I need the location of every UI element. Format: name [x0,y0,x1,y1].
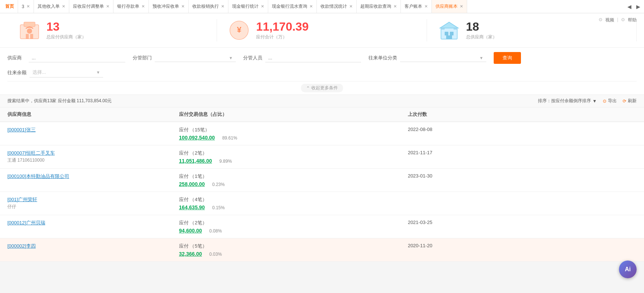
collect-stats-label: 收款情况统计 [321,3,347,10]
filter-category: 往来单位分类 ▼ [368,54,486,62]
supplier-account-label: 供应商账本 [435,3,458,10]
row2-lastpay-col: 2021-11-17 [408,150,522,155]
row2-supplier-link[interactable]: [000007]恒旺二手叉车 [7,150,179,156]
home-tab-label: 首页 [5,3,14,10]
help-links: ⊙ 视频 | ⊙ 帮助 [599,17,637,23]
row5-supplier-link[interactable]: [000012]广州贝瑞 [7,220,179,226]
ai-floating-button[interactable]: Ai [619,261,637,278]
bank-deposit-close-icon[interactable]: ✕ [141,4,145,9]
row5-txn-amount[interactable]: 94,600.00 [179,228,202,234]
nav-tab-ap-adjust[interactable]: 应收应付调整单 ✕ [69,0,113,13]
ap-adjust-close-icon[interactable]: ✕ [106,4,109,9]
person-filter-input[interactable] [265,54,361,62]
row2-txn-label: 应付 （2笔） [179,150,408,156]
nav-tab-bank-deposit[interactable]: 银行存款单 ✕ [113,0,149,13]
svg-rect-12 [441,27,445,30]
dept-filter-select[interactable]: ▼ [155,54,236,62]
summary-bar: 13 总应付供应商（家） ¥ 11,170.39 应付合计（万） [0,13,644,48]
customer-account-close-icon[interactable]: ✕ [424,4,428,9]
nav-tab-advance-collect[interactable]: 预收冲应收单 ✕ [149,0,189,13]
tab-3-close-icon[interactable]: ✕ [27,4,30,9]
cash-bank-flow-label: 现金银行流水查询 [272,3,307,10]
nav-tab-overdue-collect[interactable]: 超期应收款查询 ✕ [357,0,401,13]
row2-txn-pct: 9.89% [219,159,232,164]
sort-select[interactable]: 排序：按应付余额倒序排序 ▼ [538,98,597,104]
row4-txn-amount[interactable]: 164,635.90 [179,204,205,210]
nav-tab-other-income[interactable]: 其他收入单 ✕ [34,0,69,13]
svg-rect-3 [26,34,29,39]
result-actions: 排序：按应付余额倒序排序 ▼ ⊙ 导出 ⟳ 刷新 [538,98,637,104]
collapse-button[interactable]: ⌃ 收起更多条件 [301,84,343,92]
nav-tab-collect-stats[interactable]: 收款情况统计 ✕ [317,0,357,13]
row3-txn-pct: 0.23% [212,182,225,187]
balance-arrow-icon: ▼ [96,70,100,75]
row3-txn-amount[interactable]: 258,000.00 [179,181,205,187]
payable-amount-label: 应付合计（万） [256,34,308,40]
collect-verify-close-icon[interactable]: ✕ [221,4,224,9]
category-filter-select[interactable]: ▼ [400,54,486,62]
cash-bank-stats-close-icon[interactable]: ✕ [261,4,264,9]
nav-tab-supplier-account[interactable]: 供应商账本 ✕ [432,0,467,13]
table-row: [000012]广州贝瑞 应付 （2笔） 94,600.00 0.08% 202… [0,215,644,238]
customer-account-label: 客户账本 [405,3,422,10]
overdue-collect-close-icon[interactable]: ✕ [393,4,397,9]
nav-tab-home[interactable]: 首页 [1,0,18,13]
table-header: 供应商信息 应付交易信息（占比） 上次付数 [0,107,644,122]
row3-supplier-col: [000100]本特勤油品有限公司 [7,173,179,180]
supplier-account-close-icon[interactable]: ✕ [460,4,463,9]
nav-tab-cash-bank-flow[interactable]: 现金银行流水查询 ✕ [268,0,317,13]
row1-supplier-link[interactable]: [000001]张三 [7,127,179,133]
table-row: [000001]张三 应付 （15笔） 100,092,540.00 89.61… [0,122,644,145]
row5-lastpay-col: 2021-03-25 [408,220,522,225]
svg-rect-11 [446,35,452,39]
row6-transaction-col: 应付 （5笔） 32,366.00 0.03% [179,243,408,257]
row4-txn-pct: 0.15% [212,205,225,210]
nav-arrow-left-button[interactable]: ◀ [625,0,634,13]
sort-arrow-icon: ▼ [592,99,597,104]
row4-txn-count: 4笔 [195,197,202,202]
nav-tab-customer-account[interactable]: 客户账本 ✕ [401,0,432,13]
row5-txn-label: 应付 （2笔） [179,220,408,226]
row3-txn-label: 应付 （1笔） [179,173,408,180]
row2-txn-amount[interactable]: 11,051,486.00 [179,158,212,164]
row3-supplier-link[interactable]: [000100]本特勤油品有限公司 [7,173,179,180]
row1-lastpay-col: 2022-08-08 [408,127,522,132]
row6-txn-amount[interactable]: 32,366.00 [179,251,202,257]
refresh-button[interactable]: ⟳ 刷新 [623,98,637,104]
filter-dept: 分管部门 ▼ [133,54,236,62]
cash-bank-flow-close-icon[interactable]: ✕ [309,4,313,9]
row3-txn-count: 1笔 [195,173,202,179]
svg-rect-4 [30,34,33,39]
other-income-close-icon[interactable]: ✕ [62,4,65,9]
category-filter-label: 往来单位分类 [368,55,397,61]
nav-tab-cash-bank-stats[interactable]: 现金银行统计 ✕ [228,0,268,13]
export-button[interactable]: ⊙ 导出 [603,98,617,104]
row1-txn-amount[interactable]: 100,092,540.00 [179,135,215,141]
row6-supplier-link[interactable]: [000002]李四 [7,243,179,249]
collect-stats-close-icon[interactable]: ✕ [349,4,353,9]
search-button[interactable]: 查询 [494,52,521,64]
filter-bar: 供应商 分管部门 ▼ 分管人员 往来单位分类 ▼ 查询 [0,48,644,95]
balance-filter-select[interactable]: 选择... ▼ [29,68,103,77]
row4-supplier-col: [001]广州荣轩 仔仔 [7,196,179,210]
advance-collect-close-icon[interactable]: ✕ [181,4,185,9]
nav-arrows: ◀ ▶ [625,0,643,13]
filter-row-2: 往来余额 选择... ▼ [7,68,637,77]
nav-arrow-right-button[interactable]: ▶ [634,0,643,13]
supplier-filter-input[interactable] [29,54,125,62]
row6-last-pay-date: 2020-11-20 [408,243,433,248]
ap-adjust-label: 应收应付调整单 [73,3,104,10]
overdue-collect-label: 超期应收款查询 [360,3,391,10]
video-link[interactable]: 视频 [605,17,614,23]
nav-tab-collect-verify[interactable]: 收款核销执行 ✕ [189,0,228,13]
col-header-lastpay: 上次付数 [408,111,522,118]
nav-tab-3[interactable]: 3 ✕ [18,0,34,13]
total-suppliers-label: 总供应商（家） [466,34,497,40]
row1-txn-label: 应付 （15笔） [179,127,408,133]
row4-supplier-link[interactable]: [001]广州荣轩 [7,196,179,203]
col-header-transaction: 应付交易信息（占比） [179,111,408,118]
table-row: [000007]恒旺二手叉车 王通 17106110000 应付 （2笔） 11… [0,145,644,169]
export-icon: ⊙ [603,99,606,104]
help-link[interactable]: 帮助 [628,17,637,23]
filter-supplier: 供应商 [7,54,125,62]
